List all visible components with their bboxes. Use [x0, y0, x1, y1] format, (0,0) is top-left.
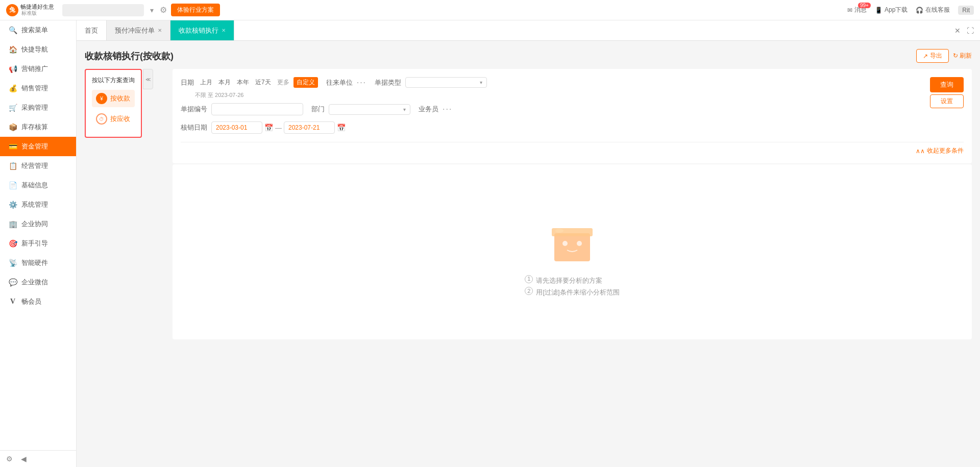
sidebar-item-label: 企业微信	[21, 278, 48, 287]
empty-step-1: 1 请先选择要分析的方案	[525, 275, 619, 286]
filter-option-by-receipt[interactable]: ¥ 按收款	[92, 90, 135, 107]
sidebar-item-management[interactable]: 📋 经营管理	[0, 156, 76, 176]
settings-icon[interactable]: ⚙	[160, 5, 167, 15]
sidebar-item-system[interactable]: ⚙️ 系统管理	[0, 195, 76, 214]
refresh-button[interactable]: ↻ 刷新	[953, 49, 972, 63]
verify-date-end-input[interactable]: 2023-07-21	[284, 121, 335, 134]
dept-field: 部门 ▾	[311, 104, 410, 115]
collapse-more-button[interactable]: ∧∧ 收起更多条件	[916, 146, 964, 155]
right-panel: 日期 上月 本月 本年 近7天 更多 自定义	[173, 69, 972, 339]
sidebar-item-collab[interactable]: 🏢 企业协同	[0, 214, 76, 234]
filter-option-receivable-label: 按应收	[110, 114, 130, 124]
app-download-button[interactable]: 📱 App下载	[875, 6, 908, 14]
collapse-more-label: 收起更多条件	[927, 146, 964, 155]
sidebar-item-hardware[interactable]: 📡 智能硬件	[0, 253, 76, 273]
sidebar-item-inventory[interactable]: 📦 库存核算	[0, 117, 76, 137]
tab-prepay-close[interactable]: ✕	[158, 28, 162, 33]
shortcut-more[interactable]: 更多	[275, 77, 291, 88]
shortcut-this-year[interactable]: 本年	[235, 77, 251, 88]
filter-option-by-receivable[interactable]: ⏱ 按应收	[92, 110, 135, 128]
verify-date-label: 核销日期	[181, 123, 207, 132]
results-area: 1 请先选择要分析的方案 2 用[过滤]条件来缩小分析范围	[173, 164, 972, 339]
page-header-actions: ↗ 导出 ↻ 刷新	[916, 49, 972, 63]
verify-date-start-cal[interactable]: 📅	[264, 124, 273, 132]
receipt-icon: ¥	[96, 93, 107, 104]
sidebar-item-guide[interactable]: 🎯 新手引导	[0, 234, 76, 253]
sidebar-item-sales[interactable]: 💰 销售管理	[0, 79, 76, 98]
solution-button[interactable]: 体验行业方案	[171, 4, 220, 16]
close-tab-button[interactable]: ✕	[952, 24, 963, 37]
date-field: 日期 上月 本月 本年 近7天 更多 自定义	[181, 77, 318, 88]
collapse-filter-button[interactable]: ≪	[143, 69, 153, 89]
query-button[interactable]: 查询	[930, 77, 964, 92]
counterpart-input[interactable]: ···	[357, 78, 366, 87]
tabbar: 首页 预付冲应付单 ✕ 收款核销执行 ✕ ✕ ⛶	[77, 20, 980, 41]
online-service-button[interactable]: 🎧 在线客服	[916, 6, 950, 14]
sidebar-item-finance[interactable]: 💳 资金管理	[0, 137, 76, 156]
staff-input[interactable]: ···	[443, 105, 452, 114]
sidebar-item-purchase[interactable]: 🛒 采购管理	[0, 98, 76, 117]
date-separator: —	[275, 124, 282, 132]
tab-collection[interactable]: 收款核销执行 ✕	[170, 20, 234, 40]
unlimit-text-container: 不限 至 2023-07-26	[195, 91, 926, 99]
sidebar: 🔍 搜索菜单 🏠 快捷导航 📢 营销推广 💰 销售管理 🛒 采购管理 📦 库存核…	[0, 20, 77, 467]
filter-box-title: 按以下方案查询	[92, 76, 135, 85]
download-icon: 📱	[875, 7, 883, 14]
main-panel: 按以下方案查询 ¥ 按收款 ⏱ 按应收 ≪	[85, 69, 972, 339]
step-2-num: 2	[525, 287, 533, 295]
tab-home[interactable]: 首页	[77, 20, 107, 40]
shortcut-this-month[interactable]: 本月	[216, 77, 233, 88]
collapse-icon: ≪	[145, 77, 151, 82]
doc-no-field: 单据编号	[181, 103, 303, 115]
sidebar-item-wechat[interactable]: 💬 企业微信	[0, 273, 76, 292]
message-button[interactable]: ✉ 消息 99+	[847, 6, 867, 14]
doc-type-select[interactable]: ▾	[405, 77, 487, 88]
settings-bottom-icon[interactable]: ⚙	[6, 455, 13, 463]
tab-prepay[interactable]: 预付冲应付单 ✕	[107, 20, 170, 40]
search-icon: 🔍	[8, 26, 17, 34]
verify-date-field: 核销日期 2023-03-01 📅 — 2023-07-21 📅	[181, 121, 346, 134]
shortcut-7days[interactable]: 近7天	[253, 77, 273, 88]
dept-select[interactable]: ▾	[329, 104, 410, 115]
logo-icon: 兔	[6, 4, 18, 16]
search-row-verify-date: 核销日期 2023-03-01 📅 — 2023-07-21 📅	[181, 121, 926, 134]
nav-dropdown-icon[interactable]: ▾	[150, 6, 154, 14]
verify-date-end-cal[interactable]: 📅	[337, 124, 346, 132]
settings-button[interactable]: 设置	[930, 94, 964, 108]
tab-collection-close[interactable]: ✕	[222, 28, 226, 33]
shortcut-last-month[interactable]: 上月	[198, 77, 214, 88]
step-1-num: 1	[525, 275, 533, 283]
export-icon: ↗	[923, 53, 928, 60]
app-name: 畅捷通好生意	[20, 4, 54, 10]
search-row-date: 日期 上月 本月 本年 近7天 更多 自定义	[181, 77, 926, 88]
expand-tab-button[interactable]: ⛶	[965, 24, 976, 37]
collapse-sidebar-icon[interactable]: ◀	[21, 455, 27, 463]
shortcut-custom[interactable]: 自定义	[293, 77, 318, 88]
sidebar-item-quicknav[interactable]: 🏠 快捷导航	[0, 40, 76, 59]
topbar-right: ✉ 消息 99+ 📱 App下载 🎧 在线客服 Rit	[847, 6, 974, 15]
page-header: 收款核销执行(按收款) ↗ 导出 ↻ 刷新	[85, 49, 972, 63]
staff-field: 业务员 ···	[419, 105, 452, 114]
sidebar-item-label: 基础信息	[21, 181, 48, 190]
sidebar-item-member[interactable]: V 畅会员	[0, 292, 76, 311]
verify-date-start-input[interactable]: 2023-03-01	[211, 121, 262, 134]
export-button[interactable]: ↗ 导出	[916, 49, 949, 63]
finance-icon: 💳	[8, 142, 17, 151]
sidebar-item-label: 营销推广	[21, 64, 48, 73]
sidebar-item-search[interactable]: 🔍 搜索菜单	[0, 20, 76, 40]
user-profile[interactable]: Rit	[958, 6, 974, 15]
sidebar-item-marketing[interactable]: 📢 营销推广	[0, 59, 76, 79]
guide-icon: 🎯	[8, 239, 17, 248]
sidebar-item-label: 畅会员	[21, 297, 41, 306]
search-area: 日期 上月 本月 本年 近7天 更多 自定义	[173, 69, 972, 163]
sidebar-item-basic-info[interactable]: 📄 基础信息	[0, 176, 76, 195]
collab-icon: 🏢	[8, 220, 17, 228]
page-content: 收款核销执行(按收款) ↗ 导出 ↻ 刷新	[77, 41, 980, 467]
page-title: 收款核销执行(按收款)	[85, 50, 174, 62]
doc-type-arrow: ▾	[480, 80, 482, 85]
doc-no-input[interactable]	[211, 103, 303, 115]
sidebar-item-label: 搜索菜单	[21, 26, 48, 35]
sidebar-item-label: 企业协同	[21, 219, 48, 229]
collapse-more-container: ∧∧ 收起更多条件	[181, 142, 964, 155]
collapse-more-icon: ∧∧	[916, 148, 925, 155]
